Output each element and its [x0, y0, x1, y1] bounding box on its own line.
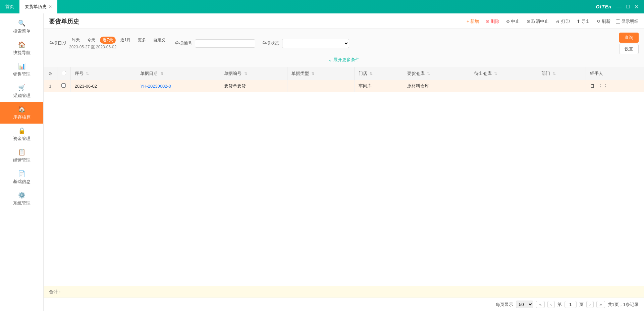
sort-shop-icon[interactable]: ⇅ [311, 72, 314, 76]
col-pending-warehouse-label: 要货仓库 [407, 71, 425, 76]
select-all-checkbox[interactable] [62, 71, 66, 75]
date-shortcut-custom[interactable]: 自定义 [151, 37, 168, 44]
row-order-no-link[interactable]: YH-20230602-0 [140, 84, 171, 89]
sidebar-item-inventory[interactable]: 🏠 库存核算 [0, 102, 43, 124]
tab-home-label: 首页 [5, 4, 14, 10]
row-actions: 🗒 ⋮⋮ [586, 80, 644, 92]
new-button[interactable]: + 新增 [465, 18, 480, 25]
date-shortcut-more[interactable]: 更多 [135, 37, 149, 44]
next-page-button[interactable]: › [586, 301, 594, 308]
sidebar-item-finance-label: 资金管理 [13, 136, 31, 142]
order-no-label: 单据编号 [175, 40, 192, 46]
display-cols-checkbox[interactable] [616, 19, 620, 24]
page-title: 要货单历史 [49, 17, 79, 26]
col-shop-label: 单据类型 [291, 71, 309, 76]
query-button[interactable]: 查询 [619, 33, 639, 43]
page-input-label: 第 [557, 302, 562, 308]
page-size-select[interactable]: 20 50 100 [516, 301, 533, 308]
delete-button[interactable]: ⊘ 删除 [484, 18, 501, 25]
print-button[interactable]: 🖨 打印 [554, 18, 571, 25]
sidebar-item-operations-label: 经营管理 [13, 157, 31, 163]
table-header: ⚙ 序号 ⇅ 单据日期 ⇅ [44, 67, 644, 80]
sidebar-item-basicinfo[interactable]: 📄 基础信息 [0, 167, 43, 188]
col-date: 序号 ⇅ [70, 67, 136, 80]
sort-type-icon[interactable]: ⇅ [244, 72, 247, 76]
minimize-icon[interactable]: — [616, 4, 622, 10]
purchase-icon: 🛒 [18, 84, 25, 91]
tab-order-history-label: 要货单历史 [25, 4, 47, 10]
status-select[interactable] [282, 39, 349, 48]
cancel-stop-button[interactable]: ⊘ 取消中止 [525, 18, 550, 25]
row-checkbox[interactable] [61, 83, 66, 88]
sort-date-icon[interactable]: ⇅ [86, 72, 89, 76]
col-settings: ⚙ [44, 67, 57, 80]
prev-page-button[interactable]: ‹ [547, 301, 555, 308]
table-container: ⚙ 序号 ⇅ 单据日期 ⇅ [44, 67, 644, 286]
order-no-input[interactable] [195, 39, 255, 48]
last-page-button[interactable]: » [596, 301, 605, 308]
basicinfo-icon: 📄 [18, 170, 25, 177]
tab-bar: 首页 要货单历史 ✕ [0, 0, 596, 13]
status-filter-label: 单据状态 [262, 40, 279, 46]
display-cols-toggle[interactable]: 显示明细 [616, 18, 639, 25]
col-pending-warehouse: 要货仓库 ⇅ [403, 67, 470, 80]
date-shortcut-1month[interactable]: 近1月 [118, 37, 133, 44]
summary-label: 合计： [49, 289, 62, 295]
filter-bar: 单据日期 昨天 今天 近7天 近1月 更多 自定义 2023-05-27 至 2… [44, 29, 644, 67]
date-shortcut-7days[interactable]: 近7天 [100, 37, 116, 44]
row-pending-warehouse: 原材料仓库 [403, 80, 470, 92]
col-type-label: 单据编号 [224, 71, 241, 76]
sort-handler-icon[interactable]: ⇅ [553, 72, 556, 76]
page-input[interactable] [565, 301, 577, 308]
search-menu-icon: 🔍 [18, 19, 25, 27]
tab-order-history[interactable]: 要货单历史 ✕ [19, 0, 57, 13]
row-more-icon[interactable]: ⋮⋮ [598, 83, 608, 89]
date-shortcut-today[interactable]: 今天 [85, 37, 98, 44]
brand-label: OfTEn [596, 4, 611, 9]
filter-row: 单据日期 昨天 今天 近7天 近1月 更多 自定义 2023-05-27 至 2… [49, 33, 639, 54]
sidebar-item-basicinfo-label: 基础信息 [13, 179, 31, 185]
window-controls: OfTEn — □ ✕ [596, 4, 644, 10]
expand-more-button[interactable]: ⌄ 展开更多条件 [328, 57, 360, 63]
sort-dept-icon[interactable]: ⇅ [494, 72, 497, 76]
settings-icon[interactable]: ⚙ [48, 71, 52, 76]
table-row: 1 2023-06-02 YH-20230602-0 要货单要货 车间库 原材料… [44, 80, 644, 92]
filter-date: 单据日期 昨天 今天 近7天 近1月 更多 自定义 2023-05-27 至 2… [49, 37, 168, 50]
maximize-icon[interactable]: □ [626, 4, 630, 10]
col-department: 待出仓库 ⇅ [470, 67, 537, 80]
sidebar: 🔍 搜索菜单 🏠 快捷导航 📊 销售管理 🛒 采购管理 🏠 库存核算 🔒 资金管… [0, 13, 44, 311]
date-shortcut-yesterday[interactable]: 昨天 [69, 37, 83, 44]
stop-button[interactable]: ⊘ 中止 [505, 18, 521, 25]
col-type: 单据编号 ⇅ [220, 67, 287, 80]
sidebar-item-sales[interactable]: 📊 销售管理 [0, 59, 43, 81]
total-label: 共1页，1条记录 [608, 302, 639, 308]
top-bar: 首页 要货单历史 ✕ OfTEn — □ ✕ [0, 0, 644, 13]
tab-close-icon[interactable]: ✕ [49, 4, 52, 9]
display-cols-label: 显示明细 [621, 18, 639, 25]
settings-button[interactable]: 设置 [619, 44, 639, 54]
row-handler [537, 80, 586, 92]
sidebar-item-search[interactable]: 🔍 搜索菜单 [0, 16, 43, 38]
sidebar-item-system-label: 系统管理 [13, 200, 31, 206]
tab-home[interactable]: 首页 [0, 0, 19, 13]
sort-pendwh-icon[interactable]: ⇅ [427, 72, 430, 76]
sidebar-item-operations[interactable]: 📋 经营管理 [0, 145, 43, 167]
first-page-button[interactable]: « [536, 301, 544, 308]
close-icon[interactable]: ✕ [634, 4, 639, 10]
export-button[interactable]: ⬆ 导出 [575, 18, 592, 25]
sidebar-item-quicknav[interactable]: 🏠 快捷导航 [0, 38, 43, 59]
row-shop [287, 80, 354, 92]
sort-orderno-icon[interactable]: ⇅ [160, 72, 163, 76]
sidebar-item-purchase[interactable]: 🛒 采购管理 [0, 81, 43, 102]
sidebar-item-finance[interactable]: 🔒 资金管理 [0, 124, 43, 145]
row-view-icon[interactable]: 🗒 [590, 83, 595, 89]
sidebar-item-system[interactable]: ⚙️ 系统管理 [0, 188, 43, 210]
refresh-button[interactable]: ↻ 刷新 [595, 18, 612, 25]
finance-icon: 🔒 [18, 127, 25, 134]
table-footer: 合计： [44, 286, 644, 298]
col-action-label: 经手人 [590, 71, 603, 76]
main-layout: 🔍 搜索菜单 🏠 快捷导航 📊 销售管理 🛒 采购管理 🏠 库存核算 🔒 资金管… [0, 13, 644, 311]
sort-reqwh-icon[interactable]: ⇅ [370, 72, 373, 76]
sales-icon: 📊 [18, 62, 25, 70]
expand-more-row: ⌄ 展开更多条件 [49, 57, 639, 63]
